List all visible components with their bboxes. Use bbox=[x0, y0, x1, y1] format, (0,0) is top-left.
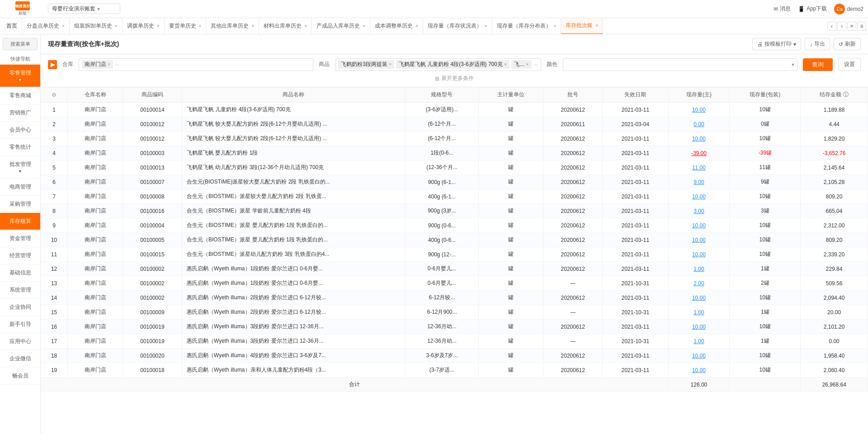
tab-home[interactable]: 首页 bbox=[2, 18, 22, 34]
tab-material-out[interactable]: 材料出库单历史 × bbox=[259, 18, 312, 34]
tab-inventory-dist[interactable]: 现存量（库存分布表） × bbox=[492, 18, 561, 34]
cell-qty[interactable]: 10.00 bbox=[668, 349, 730, 363]
tab-menu-btn[interactable]: ≡ bbox=[857, 22, 866, 31]
app-download-btn[interactable]: 📱 App下载 bbox=[798, 5, 827, 13]
cell-batch: 20200612 bbox=[543, 262, 603, 276]
close-icon[interactable]: × bbox=[363, 24, 365, 28]
cell-qty[interactable]: 1.00 bbox=[668, 262, 730, 276]
tab-batch-account[interactable]: 库存批次账 × bbox=[561, 18, 603, 34]
sidebar-item-member[interactable]: 会员中心 bbox=[0, 122, 40, 139]
close-icon[interactable]: × bbox=[554, 24, 557, 28]
search-btn[interactable]: 查询 bbox=[803, 58, 833, 71]
company-select[interactable]: 母婴行业演示账套 ▾ bbox=[48, 4, 120, 14]
tab-close-btn[interactable]: × bbox=[847, 22, 856, 31]
close-icon[interactable]: × bbox=[251, 24, 254, 28]
cell-qty[interactable]: 10.00 bbox=[668, 132, 730, 146]
cell-qty[interactable]: 10.00 bbox=[668, 189, 730, 204]
cell-qty[interactable]: 10.00 bbox=[668, 247, 730, 262]
sidebar-item-enterprise[interactable]: 企业协同 bbox=[0, 299, 40, 316]
cell-qty[interactable]: 10.00 bbox=[668, 363, 730, 377]
tab-cost-adj[interactable]: 成本调整单历史 × bbox=[370, 18, 423, 34]
cell-qty[interactable]: 1.00 bbox=[668, 334, 730, 349]
sidebar-item-sys-mgmt[interactable]: 系统管理 bbox=[0, 282, 40, 299]
cell-qty[interactable]: 10.00 bbox=[668, 103, 730, 117]
sidebar-item-member2[interactable]: 畅会员 bbox=[0, 368, 40, 385]
cell-unit: 罐 bbox=[479, 103, 543, 117]
close-icon[interactable]: × bbox=[595, 23, 598, 28]
product-filter[interactable]: 飞鹤奶粉3段两提装 × 飞鹤星飞帆 儿童奶粉 4段(3-6岁适用) 700克 ×… bbox=[335, 58, 541, 71]
sidebar-item-operations[interactable]: 经营管理 bbox=[0, 247, 40, 264]
refresh-btn[interactable]: ↺ 刷新 bbox=[834, 38, 861, 50]
cell-amount: 1,189.88 bbox=[801, 103, 868, 117]
cell-qty[interactable]: 10.00 bbox=[668, 218, 730, 233]
expand-more-btn[interactable]: ⊞ 展开更多条件 bbox=[48, 74, 861, 83]
cell-code: 00100020 bbox=[123, 349, 182, 363]
settings-btn[interactable]: 设置 bbox=[838, 58, 861, 71]
sidebar-item-ecommerce[interactable]: 电商管理 bbox=[0, 179, 40, 196]
cell-qty[interactable]: 10.00 bbox=[668, 320, 730, 334]
col-settings[interactable]: ⚙ bbox=[41, 87, 68, 103]
cell-name: 飞鹤星飞帆 婴儿配方奶粉 1段 bbox=[182, 146, 405, 160]
close-icon[interactable]: × bbox=[304, 24, 307, 28]
sidebar-item-finance[interactable]: 资金管理 bbox=[0, 230, 40, 247]
sidebar-item-inventory[interactable]: 库存核算 bbox=[0, 213, 40, 230]
close-icon[interactable]: × bbox=[199, 24, 202, 28]
tab-prev-btn[interactable]: ‹ bbox=[827, 22, 836, 31]
cell-index: 13 bbox=[41, 276, 68, 291]
cell-qty-pkg: 10罐 bbox=[730, 349, 801, 363]
tab-next-btn[interactable]: › bbox=[837, 22, 846, 31]
cell-qty[interactable]: 10.00 bbox=[668, 291, 730, 305]
warehouse-tag-nanan: 南岸门店 × bbox=[82, 60, 113, 69]
cell-amount: -3,652.76 bbox=[801, 146, 868, 160]
sidebar-item-retail-stats[interactable]: 零售统计 bbox=[0, 139, 40, 156]
close-icon[interactable]: × bbox=[115, 24, 118, 28]
tab-fenpandian[interactable]: 分盘点单历史 × bbox=[22, 18, 70, 34]
cell-qty[interactable]: 2.00 bbox=[668, 276, 730, 291]
template-print-btn[interactable]: 🖨 按模板打印 ▾ bbox=[752, 38, 801, 50]
sidebar-item-app-center[interactable]: 应用中心 bbox=[0, 333, 40, 350]
sidebar-item-marketing[interactable]: 营销推广 bbox=[0, 104, 40, 122]
expand-btn[interactable]: ▶ bbox=[48, 60, 57, 69]
cell-qty[interactable]: 10.00 bbox=[668, 233, 730, 247]
sidebar-shortcut[interactable]: 快捷导航 bbox=[0, 54, 40, 65]
sidebar-item-purchase[interactable]: 采购管理 bbox=[0, 196, 40, 213]
cell-code: 00100004 bbox=[123, 218, 182, 233]
tag-close-icon[interactable]: × bbox=[526, 62, 529, 67]
filter-more-btn[interactable]: ··· bbox=[115, 61, 119, 68]
tab-inventory-status[interactable]: 现存量（库存状况表） × bbox=[423, 18, 492, 34]
cell-qty[interactable]: 1.00 bbox=[668, 305, 730, 320]
close-icon[interactable]: × bbox=[62, 24, 65, 28]
sidebar-item-basic-info[interactable]: 基础信息 bbox=[0, 264, 40, 282]
user-area[interactable]: Ea demo2 bbox=[834, 4, 863, 14]
tab-yaohuo[interactable]: 要货单历史 × bbox=[165, 18, 207, 34]
sidebar-item-wholesale[interactable]: 批发管理 ▼ bbox=[0, 156, 40, 179]
tag-close-icon[interactable]: × bbox=[108, 62, 110, 67]
message-btn[interactable]: ✉ 消息 bbox=[774, 5, 791, 13]
color-filter[interactable]: ▾ bbox=[563, 58, 797, 71]
close-icon[interactable]: × bbox=[485, 24, 487, 28]
warehouse-filter[interactable]: 南岸门店 × ··· bbox=[79, 58, 313, 71]
cell-qty[interactable]: -39.00 bbox=[668, 146, 730, 160]
filter-more-btn[interactable]: ··· bbox=[533, 61, 538, 68]
tag-close-icon[interactable]: × bbox=[389, 62, 392, 67]
tab-zuchai[interactable]: 组装拆卸单历史 × bbox=[70, 18, 123, 34]
export-btn[interactable]: ↓ 导出 bbox=[805, 38, 830, 50]
close-icon[interactable]: × bbox=[157, 24, 160, 28]
cell-index: 5 bbox=[41, 160, 68, 175]
sidebar-item-retail-mgmt[interactable]: 零售管理 ▼ bbox=[0, 65, 40, 87]
sidebar-item-wechat[interactable]: 企业微信 bbox=[0, 350, 40, 368]
settings-icon[interactable]: ⚙ bbox=[52, 92, 57, 98]
tab-other-out[interactable]: 其他出库单历史 × bbox=[206, 18, 259, 34]
tab-diaoboddan[interactable]: 调拨单历史 × bbox=[123, 18, 165, 34]
sidebar-item-retail-shop[interactable]: 零售商城 bbox=[0, 87, 40, 104]
cell-qty[interactable]: 3.00 bbox=[668, 204, 730, 218]
cell-qty[interactable]: 9.00 bbox=[668, 175, 730, 189]
tab-product-in[interactable]: 产成品入库单历史 × bbox=[312, 18, 370, 34]
cell-qty[interactable]: 11.00 bbox=[668, 160, 730, 175]
sidebar-item-guide[interactable]: 新手引导 bbox=[0, 316, 40, 333]
cell-name: 惠氏启鹬（Wyeth illuma）1段奶粉 爱尔兰进口 0-6月婴... bbox=[182, 276, 405, 291]
search-menu-btn[interactable]: 搜索菜单 bbox=[3, 38, 38, 50]
cell-qty[interactable]: 0.00 bbox=[668, 117, 730, 132]
tag-close-icon[interactable]: × bbox=[504, 62, 507, 67]
close-icon[interactable]: × bbox=[415, 24, 418, 28]
